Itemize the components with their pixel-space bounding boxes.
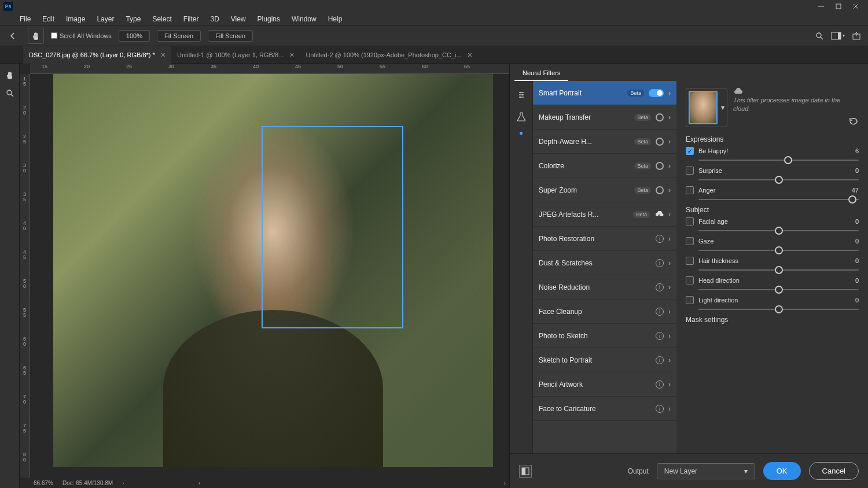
zoom-tool[interactable] [1, 84, 19, 102]
slider-checkbox[interactable] [686, 276, 694, 284]
slider-track[interactable] [698, 269, 859, 271]
slider-checkbox[interactable] [686, 147, 694, 155]
slider-thumb[interactable] [784, 156, 792, 164]
filter-row[interactable]: Dust & Scratchesi› [533, 251, 676, 275]
menu-type[interactable]: Type [120, 14, 146, 24]
minimize-button[interactable] [812, 1, 830, 12]
filter-row[interactable]: JPEG Artefacts R...Beta› [533, 202, 676, 227]
info-icon[interactable]: i [656, 380, 664, 389]
filter-toggle[interactable] [649, 89, 664, 97]
filter-row[interactable]: Photo to Sketchi› [533, 324, 676, 348]
filter-row[interactable]: Super ZoomBeta› [533, 178, 676, 202]
slider-thumb[interactable] [775, 305, 783, 313]
preview-toggle-button[interactable] [519, 465, 532, 478]
filter-row[interactable]: Face to Caricaturei› [533, 397, 676, 421]
filter-enable-ring[interactable] [656, 113, 664, 121]
close-tab-icon[interactable]: × [161, 50, 165, 60]
fill-screen-button[interactable]: Fill Screen [208, 30, 253, 42]
output-select[interactable]: New Layer ▾ [657, 463, 755, 479]
menu-edit[interactable]: Edit [36, 14, 60, 24]
slider-track[interactable] [698, 250, 859, 251]
filter-enable-ring[interactable] [656, 162, 664, 170]
slider-checkbox[interactable] [686, 217, 694, 225]
slider-checkbox[interactable] [686, 296, 694, 304]
close-button[interactable] [847, 1, 865, 12]
face-selection-box[interactable] [262, 126, 403, 328]
workspace-switcher-icon[interactable]: ▾ [831, 29, 845, 43]
menu-filter[interactable]: Filter [178, 14, 205, 24]
slider-thumb[interactable] [775, 227, 783, 235]
face-selector[interactable]: ▾ [686, 88, 727, 127]
info-icon[interactable]: i [656, 356, 664, 364]
close-tab-icon[interactable]: × [468, 50, 472, 60]
scrollbar-left-icon[interactable]: ‹ [198, 480, 200, 486]
hand-tool[interactable] [1, 66, 19, 84]
menu-view[interactable]: View [225, 14, 252, 24]
share-icon[interactable] [849, 29, 863, 43]
home-back-button[interactable] [5, 28, 21, 44]
menu-file[interactable]: File [14, 14, 36, 24]
search-icon[interactable] [812, 29, 826, 43]
document-tab[interactable]: Untitled-2 @ 100% (1920px-Adobe_Photosho… [300, 46, 477, 64]
scroll-all-windows-checkbox[interactable]: Scroll All Windows [51, 32, 112, 39]
info-icon[interactable]: i [656, 405, 664, 413]
canvas[interactable] [30, 74, 509, 478]
menu-layer[interactable]: Layer [91, 14, 120, 24]
maximize-button[interactable] [830, 1, 847, 12]
hand-tool-icon[interactable] [28, 28, 44, 44]
document-tab[interactable]: Untitled-1 @ 100% (Layer 1, RGB/8...× [171, 46, 300, 64]
filter-row[interactable]: Pencil Artworki› [533, 372, 676, 397]
slider-track[interactable] [698, 230, 859, 231]
filter-row[interactable]: Noise Reductioni› [533, 275, 676, 300]
filter-row[interactable]: Makeup TransferBeta› [533, 105, 676, 130]
menu-select[interactable]: Select [146, 14, 177, 24]
slider-thumb[interactable] [848, 195, 856, 204]
info-icon[interactable]: i [656, 308, 664, 316]
menu-image[interactable]: Image [60, 14, 91, 24]
filter-enable-ring[interactable] [656, 186, 664, 194]
filter-row[interactable]: Photo Restorationi› [533, 227, 676, 251]
zoom-percentage[interactable]: 100% [119, 30, 150, 42]
slider-track[interactable] [698, 160, 859, 161]
doc-info-chevron-icon[interactable]: › [122, 480, 124, 486]
doc-info[interactable]: Doc: 65.4M/130.8M [62, 480, 113, 486]
close-tab-icon[interactable]: × [289, 50, 294, 60]
featured-filters-icon[interactable] [514, 88, 528, 102]
cancel-button[interactable]: Cancel [809, 462, 859, 480]
slider-track[interactable] [698, 179, 859, 180]
slider-thumb[interactable] [775, 266, 783, 274]
filter-row[interactable]: Smart PortraitBeta› [533, 81, 676, 105]
slider-track[interactable] [698, 199, 859, 200]
info-icon[interactable]: i [656, 283, 664, 291]
slider-checkbox[interactable] [686, 186, 694, 194]
menu-window[interactable]: Window [286, 14, 322, 24]
cloud-download-icon[interactable] [654, 211, 664, 218]
filter-row[interactable]: Face Cleanupi› [533, 300, 676, 324]
filter-row[interactable]: Depth-Aware H...Beta› [533, 130, 676, 154]
slider-checkbox[interactable] [686, 167, 694, 175]
menu-3d[interactable]: 3D [204, 14, 225, 24]
info-icon[interactable]: i [656, 259, 664, 267]
document-tab[interactable]: DSC_0278.jpg @ 66.7% (Layer 0, RGB/8*) *… [23, 46, 171, 64]
menu-help[interactable]: Help [322, 14, 348, 24]
menu-plugins[interactable]: Plugins [252, 14, 286, 24]
scrollbar-right-icon[interactable]: › [504, 480, 506, 486]
reset-button[interactable] [848, 117, 859, 127]
slider-thumb[interactable] [775, 246, 783, 254]
slider-track[interactable] [698, 289, 859, 290]
info-icon[interactable]: i [656, 235, 664, 243]
filter-enable-ring[interactable] [656, 138, 664, 146]
zoom-readout[interactable]: 66.67% [34, 480, 53, 486]
info-icon[interactable]: i [656, 332, 664, 340]
slider-track[interactable] [698, 309, 859, 310]
neural-filters-tab[interactable]: Neural Filters [514, 66, 568, 81]
beta-filters-icon[interactable] [514, 110, 528, 124]
filter-row[interactable]: Sketch to Portraiti› [533, 348, 676, 372]
slider-checkbox[interactable] [686, 257, 694, 265]
slider-thumb[interactable] [775, 286, 783, 294]
slider-checkbox[interactable] [686, 237, 694, 245]
ok-button[interactable]: OK [763, 462, 801, 480]
filter-row[interactable]: ColorizeBeta› [533, 154, 676, 178]
slider-thumb[interactable] [775, 176, 783, 184]
fit-screen-button[interactable]: Fit Screen [157, 30, 201, 42]
